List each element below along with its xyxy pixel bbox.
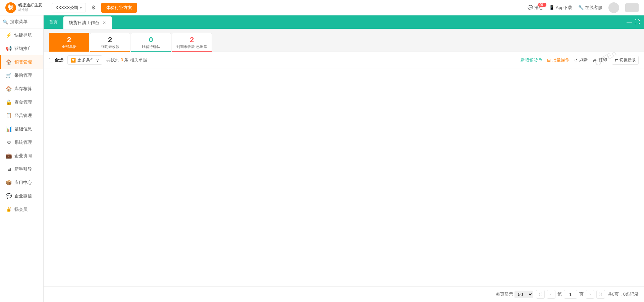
status-tab-overdue-count: 2: [108, 36, 112, 44]
status-tab-overdue-label: 到期未收款: [101, 44, 119, 49]
per-page-select[interactable]: 50 100 200: [515, 291, 533, 298]
basic-info-icon: 📊: [6, 126, 12, 132]
sidebar-label-member: 畅会员: [14, 206, 28, 213]
sidebar-item-quick-nav[interactable]: ⚡ 快捷导航: [0, 28, 43, 42]
company-selector[interactable]: XXXXX公司 ▾: [52, 3, 86, 12]
found-count: 0: [121, 57, 123, 62]
related-doc-label: 相关单据: [130, 57, 147, 62]
sidebar-item-sales[interactable]: 🏠 销售管理: [0, 55, 43, 69]
company-name: XXXXX公司: [55, 5, 78, 11]
more-filters-button[interactable]: 🔽 更多条件 ∨: [67, 55, 102, 65]
logo-area: 畅 畅捷通好生意 标准版: [5, 2, 49, 13]
status-tab-overdue-unshipped-count: 2: [190, 36, 194, 44]
switch-icon: ⇄: [615, 58, 618, 62]
last-page-button[interactable]: ⟩⟩: [596, 290, 605, 299]
online-service-action[interactable]: 🔧 在线客服: [578, 5, 602, 11]
avatar[interactable]: [608, 2, 619, 13]
download-icon: 📱: [549, 5, 554, 10]
message-icon: 💬: [528, 5, 533, 10]
tab-close-icon[interactable]: ✕: [103, 20, 106, 25]
sidebar-item-capital[interactable]: 🔒 资金管理: [0, 96, 43, 109]
switch-version-button[interactable]: ⇄ 切换新版: [612, 56, 639, 65]
sidebar: 🔍 搜索菜单 ⚡ 快捷导航 📢 营销推广 🏠 销售管理 🛒 采购管理 🏠 库存核…: [0, 15, 44, 302]
search-menu[interactable]: 🔍 搜索菜单: [0, 15, 43, 28]
operation-icon: 📋: [6, 113, 12, 119]
sidebar-item-enterprise-coop[interactable]: 💼 企业协同: [0, 149, 43, 163]
sidebar-item-marketing[interactable]: 📢 营销推广: [0, 42, 43, 55]
refresh-button[interactable]: ↺ 刷新: [574, 57, 588, 63]
logo-subtitle: 标准版: [18, 8, 42, 12]
message-action[interactable]: 💬 消息 99+: [528, 5, 543, 11]
sidebar-item-system[interactable]: ⚙ 系统管理: [0, 136, 43, 149]
status-tab-overdue-unshipped[interactable]: 2 到期未收款 已出库: [172, 33, 212, 52]
search-icon: 🔍: [3, 19, 8, 24]
page-unit-label: 页: [579, 291, 584, 297]
sidebar-item-purchase[interactable]: 🛒 采购管理: [0, 69, 43, 82]
tab-minimize-icon[interactable]: —: [627, 19, 632, 25]
marketing-icon: 📢: [6, 46, 12, 52]
add-sales-button[interactable]: ＋ 新增销货单: [515, 57, 542, 63]
add-icon: ＋: [515, 57, 519, 63]
sidebar-label-capital: 资金管理: [14, 99, 32, 105]
sidebar-item-member[interactable]: ✌ 畅会员: [0, 203, 43, 216]
enterprise-coop-icon: 💼: [6, 153, 12, 159]
next-page-button[interactable]: ＞: [586, 290, 594, 299]
switch-version-label: 切换新版: [620, 57, 636, 63]
tab-maximize-icon[interactable]: ⛶: [635, 19, 640, 25]
tab-bar-actions: — ⛶: [627, 19, 644, 25]
status-tab-all-label: 全部单据: [62, 44, 76, 49]
sidebar-item-basic-info[interactable]: 📊 基础信息: [0, 122, 43, 136]
purchase-icon: 🛒: [6, 72, 12, 78]
status-tab-overdue[interactable]: 2 到期未收款: [90, 33, 130, 52]
user-name-area[interactable]: [625, 3, 639, 12]
found-unit: 条: [124, 57, 128, 62]
quick-nav-icon: ⚡: [6, 32, 12, 38]
toolbar: 全选 🔽 更多条件 ∨ 共找到 0 条 相关单据 ＋ 新增销货单: [44, 52, 644, 68]
page-prefix-label: 第: [557, 291, 562, 297]
sidebar-label-operation: 经营管理: [14, 113, 32, 119]
add-sales-label: 新增销货单: [521, 57, 542, 63]
sidebar-item-app-center[interactable]: 📦 应用中心: [0, 176, 43, 189]
status-tab-all[interactable]: 2 全部单据: [49, 33, 89, 52]
top-header: 畅 畅捷通好生意 标准版 XXXXX公司 ▾ ⚙ 体验行业方案 💬 消息 99+…: [0, 0, 644, 15]
system-icon: ⚙: [6, 139, 12, 145]
tab-money-goods[interactable]: 钱货日清工作台 ✕: [63, 16, 112, 29]
filter-chevron-icon: ∨: [96, 58, 99, 63]
sidebar-item-inventory[interactable]: 🏠 库存核算: [0, 82, 43, 96]
tab-home-label: 首页: [49, 19, 58, 25]
status-tab-wangdian-count: 0: [149, 36, 153, 44]
print-button[interactable]: 🖨 打印: [593, 57, 607, 63]
tab-home[interactable]: 首页: [44, 15, 63, 29]
app-download-label: App下载: [556, 5, 572, 11]
current-page-input[interactable]: [564, 290, 577, 299]
refresh-icon: ↺: [574, 58, 578, 63]
status-tab-overdue-unshipped-label: 到期未收款 已出库: [176, 44, 207, 49]
status-tab-all-count: 2: [67, 36, 71, 44]
sidebar-item-new-guide[interactable]: 🖥 新手引导: [0, 163, 43, 176]
batch-action-button[interactable]: ⊞ 批量操作: [547, 57, 570, 63]
select-all-input[interactable]: [49, 58, 53, 62]
app-download-action[interactable]: 📱 App下载: [549, 5, 572, 11]
enterprise-wechat-icon: 💬: [6, 193, 12, 199]
member-icon: ✌: [6, 206, 12, 213]
prev-page-button[interactable]: ＜: [547, 290, 555, 299]
logo-text-area: 畅捷通好生意 标准版: [18, 3, 42, 13]
footer: 每页显示 50 100 200 ⟨⟨ ＜ 第 页 ＞ ⟩⟩ 共0页，0条记录: [44, 286, 644, 302]
first-page-button[interactable]: ⟨⟨: [536, 290, 545, 299]
sidebar-label-sales: 销售管理: [14, 59, 32, 65]
sidebar-label-basic-info: 基础信息: [14, 126, 32, 132]
capital-icon: 🔒: [6, 99, 12, 105]
pagination: ⟨⟨ ＜ 第 页 ＞ ⟩⟩: [536, 290, 605, 299]
app-center-icon: 📦: [6, 180, 12, 186]
header-left: 畅 畅捷通好生意 标准版 XXXXX公司 ▾ ⚙ 体验行业方案: [5, 2, 137, 13]
sidebar-item-enterprise-wechat[interactable]: 💬 企业微信: [0, 189, 43, 203]
experience-button[interactable]: 体验行业方案: [101, 3, 137, 13]
select-all-checkbox[interactable]: 全选: [49, 57, 63, 63]
sidebar-item-operation[interactable]: 📋 经营管理: [0, 109, 43, 122]
sidebar-label-purchase: 采购管理: [14, 72, 32, 78]
select-all-label: 全选: [55, 57, 63, 63]
chevron-down-icon: ▾: [80, 5, 82, 10]
status-tab-wangdian[interactable]: 0 旺辅待确认: [131, 33, 171, 52]
sidebar-label-inventory: 库存核算: [14, 86, 32, 92]
settings-icon[interactable]: ⚙: [89, 3, 99, 13]
